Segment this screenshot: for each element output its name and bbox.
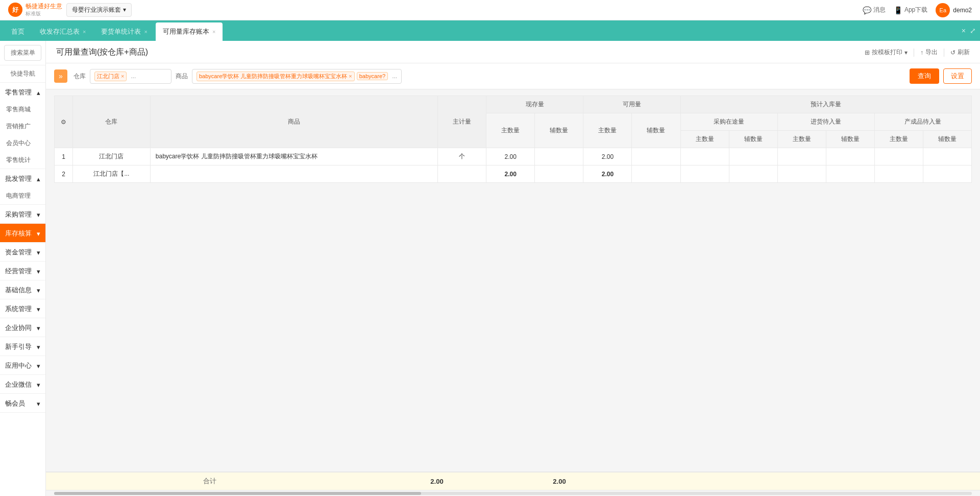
section-purchase-header[interactable]: 采购管理 ▾	[0, 205, 45, 223]
product-filter-input[interactable]: babycare学饮杯 儿童防摔防撞吸管杯重力球吸嘴杯宝宝水杯 × babyca…	[192, 69, 402, 84]
close-available-stock-icon[interactable]: ×	[212, 29, 215, 35]
template-print-icon: ⊞	[865, 49, 870, 56]
sidebar-item-retail-shop[interactable]: 零售商城	[0, 101, 45, 118]
sidebar-item-members[interactable]: 会员中心	[0, 135, 45, 152]
section-wholesale: 批发管理 ▴ 电商管理	[0, 169, 45, 205]
row2-available-sub	[632, 166, 680, 183]
sidebar-item-retail-stats[interactable]: 零售统计	[0, 152, 45, 169]
th-stock-main: 主数量	[486, 113, 535, 148]
footer-stock-total: 2.00	[406, 478, 468, 485]
user-area[interactable]: Ea demo2	[936, 3, 972, 17]
row2-no: 2	[55, 166, 73, 183]
product-filter-label: 商品	[176, 72, 188, 81]
close-receive-summary-icon[interactable]: ×	[83, 29, 86, 35]
expand-icon[interactable]: ⤢	[970, 27, 976, 35]
row1-stock-sub	[535, 148, 583, 166]
section-purchase-label: 采购管理	[5, 210, 32, 219]
template-print-button[interactable]: ⊞ 按模板打印 ▾	[865, 48, 908, 57]
product-more-icon[interactable]: ...	[392, 73, 397, 80]
user-name: demo2	[953, 7, 972, 14]
section-member: 畅会员 ▾	[0, 394, 45, 413]
industry-selector[interactable]: 母婴行业演示账套	[66, 3, 132, 17]
query-button[interactable]: 查询	[910, 68, 939, 84]
logo-area: 好 畅捷通好生意 标准版	[8, 3, 62, 17]
section-enterprise-header[interactable]: 企业协同 ▾	[0, 318, 45, 337]
close-all-tabs-icon[interactable]: ×	[962, 27, 966, 35]
row1-purchase-sub	[729, 148, 777, 166]
row1-unit: 个	[438, 148, 486, 166]
row1-production-main	[874, 148, 923, 166]
app-body: 搜索菜单 快捷导航 零售管理 ▴ 零售商城 营销推广 会员中心 零售统计 批发管…	[0, 41, 980, 496]
divider-2	[944, 49, 944, 57]
top-bar-left: 好 畅捷通好生意 标准版 母婴行业演示账套	[8, 3, 132, 17]
tab-home[interactable]: 首页	[4, 22, 32, 41]
tab-available-stock[interactable]: 可用量库存账本 ×	[156, 22, 223, 41]
section-wechat-header[interactable]: 企业微信 ▾	[0, 375, 45, 393]
section-retail-label: 零售管理	[5, 88, 32, 97]
tab-order-stats[interactable]: 要货单统计表 ×	[94, 22, 154, 41]
chevron-enterprise-icon: ▾	[37, 324, 40, 332]
row1-product: babycare学饮杯 儿童防摔防撞吸管杯重力球吸嘴杯宝宝水杯	[150, 148, 437, 166]
section-finance-header[interactable]: 资金管理 ▾	[0, 243, 45, 261]
chevron-wholesale-icon: ▴	[37, 175, 40, 183]
sidebar-item-quick-nav[interactable]: 快捷导航	[0, 65, 45, 83]
section-system-header[interactable]: 系统管理 ▾	[0, 299, 45, 318]
product-tag-2[interactable]: babycare?	[357, 72, 388, 80]
row1-available-sub	[632, 148, 680, 166]
th-settings[interactable]: ⚙	[55, 96, 73, 148]
settings-button[interactable]: 设置	[943, 68, 972, 84]
section-operation: 经营管理 ▾	[0, 262, 45, 280]
product-tag-1-text: babycare学饮杯 儿童防摔防撞吸管杯重力球吸嘴杯宝宝水杯	[199, 73, 347, 80]
chevron-wechat-icon: ▾	[37, 381, 40, 389]
section-app-center-header[interactable]: 应用中心 ▾	[0, 356, 45, 374]
th-product: 商品	[150, 96, 437, 148]
warehouse-more-icon[interactable]: ...	[131, 73, 136, 80]
refresh-label: 刷新	[958, 48, 970, 57]
nav-tabs: 首页 收发存汇总表 × 要货单统计表 × 可用量库存账本 × × ⤢	[0, 20, 980, 41]
tab-available-stock-label: 可用量库存账本	[163, 27, 209, 36]
sidebar-item-ecommerce[interactable]: 电商管理	[0, 187, 45, 204]
logo-sub: 标准版	[26, 10, 62, 17]
logo-text-area: 畅捷通好生意 标准版	[26, 3, 62, 17]
section-wechat-label: 企业微信	[5, 380, 32, 389]
filter-expand-button[interactable]: »	[54, 69, 67, 83]
search-menu-button[interactable]: 搜索菜单	[4, 45, 41, 61]
page-header: 可用量查询(按仓库+商品) ⊞ 按模板打印 ▾ ↑ 导出 ↺ 刷新	[46, 41, 980, 63]
sidebar-item-marketing[interactable]: 营销推广	[0, 118, 45, 135]
row2-product	[150, 166, 437, 183]
remove-product-tag-1-icon[interactable]: ×	[349, 73, 352, 79]
export-icon: ↑	[920, 49, 923, 56]
section-operation-header[interactable]: 经营管理 ▾	[0, 262, 45, 280]
chevron-down-icon	[123, 6, 126, 13]
scrollbar-thumb[interactable]	[54, 492, 421, 495]
close-order-stats-icon[interactable]: ×	[144, 29, 147, 35]
footer-label: 合计	[54, 477, 365, 486]
refresh-button[interactable]: ↺ 刷新	[950, 48, 970, 57]
nav-tabs-right: × ⤢	[962, 20, 976, 41]
export-button[interactable]: ↑ 导出	[920, 48, 938, 57]
th-main-unit: 主计量	[438, 96, 486, 148]
warehouse-filter-input[interactable]: 江北门店 × ...	[90, 69, 172, 84]
section-wholesale-label: 批发管理	[5, 174, 32, 183]
table-row: 1 江北门店 babycare学饮杯 儿童防摔防撞吸管杯重力球吸嘴杯宝宝水杯 个…	[55, 148, 972, 166]
row2-warehouse: 江北门店【...	[73, 166, 151, 183]
section-inventory-label: 库存核算	[5, 229, 32, 238]
row2-production-main	[874, 166, 923, 183]
footer-available-total: 2.00	[529, 478, 590, 485]
section-inventory-header[interactable]: 库存核算 ▾	[0, 224, 45, 242]
tab-home-label: 首页	[11, 27, 24, 36]
row1-warehouse: 江北门店	[73, 148, 151, 166]
product-tag-1[interactable]: babycare学饮杯 儿童防摔防撞吸管杯重力球吸嘴杯宝宝水杯 ×	[197, 72, 355, 81]
section-wholesale-header[interactable]: 批发管理 ▴	[0, 169, 45, 187]
tab-receive-summary[interactable]: 收发存汇总表 ×	[33, 22, 93, 41]
section-retail-header[interactable]: 零售管理 ▴	[0, 83, 45, 101]
row2-purchase-main	[680, 166, 729, 183]
message-button[interactable]: 消息	[863, 6, 886, 14]
section-member-header[interactable]: 畅会员 ▾	[0, 394, 45, 412]
warehouse-tag[interactable]: 江北门店 ×	[94, 72, 127, 81]
remove-warehouse-tag-icon[interactable]: ×	[121, 73, 124, 79]
sidebar-search-area: 搜索菜单	[0, 41, 45, 65]
section-basic-header[interactable]: 基础信息 ▾	[0, 280, 45, 299]
app-download-button[interactable]: App下载	[894, 6, 927, 14]
section-newbie-header[interactable]: 新手引导 ▾	[0, 337, 45, 356]
